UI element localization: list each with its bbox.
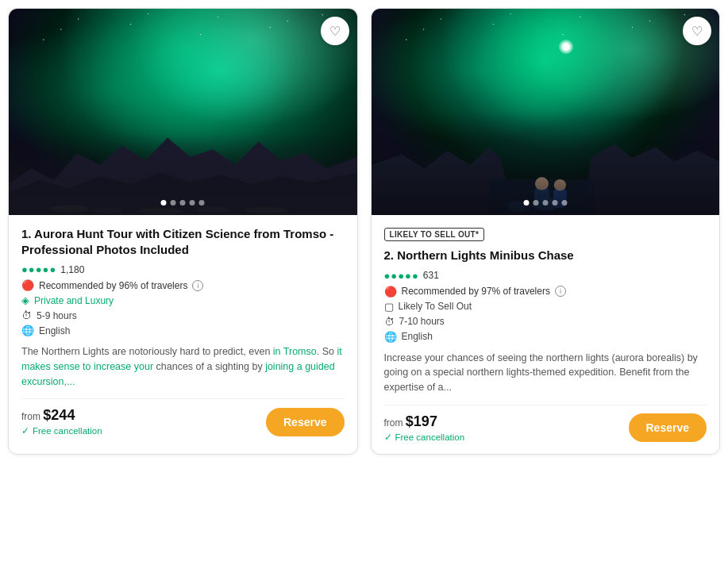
dot-2-5[interactable] xyxy=(561,200,567,206)
card-2-favorite-button[interactable]: ♡ xyxy=(683,17,711,45)
globe-icon-1: 🌐 xyxy=(21,325,34,336)
card-2-reserve-button[interactable]: Reserve xyxy=(629,413,707,442)
star-1: ● xyxy=(21,263,28,275)
card-1: ♡ 1. Aurora Hunt Tour with Citizen Scien… xyxy=(8,8,358,455)
svg-marker-8 xyxy=(583,144,719,215)
svg-marker-1 xyxy=(9,172,357,215)
heart-icon: ♡ xyxy=(329,24,341,39)
card-1-title: 1. Aurora Hunt Tour with Citizen Science… xyxy=(21,226,345,257)
dot-1[interactable] xyxy=(161,200,167,206)
dot-5[interactable] xyxy=(199,200,205,206)
card-2-recommended-text: Recommended by 97% of travelers xyxy=(402,286,550,297)
card-2-language-row: 🌐 English xyxy=(384,331,707,343)
star-2-2: ● xyxy=(391,270,397,282)
tromso-link[interactable]: in Tromso xyxy=(273,346,317,357)
free-cancel-icon-2: ✓ xyxy=(384,432,392,443)
clock-icon-1: ⏱ xyxy=(21,309,32,321)
card-2-price-info: from $197 ✓ Free cancellation xyxy=(384,413,465,443)
card-1-recommended-row: 🔴 Recommended by 96% of travelers i xyxy=(21,279,345,291)
card-1-description: The Northern Lights are notoriously hard… xyxy=(21,344,345,389)
card-2-description: Increase your chances of seeing the nort… xyxy=(384,351,707,395)
card-2-price-amount: $197 xyxy=(406,413,437,429)
star-2-1: ● xyxy=(384,270,391,282)
card-2-review-count: 631 xyxy=(423,270,439,281)
dot-2-3[interactable] xyxy=(542,200,548,206)
svg-point-6 xyxy=(245,207,287,213)
card-2-aurora-bg xyxy=(372,9,720,215)
stars-decoration xyxy=(9,9,357,112)
moon-decoration xyxy=(559,40,573,54)
free-cancel-icon-1: ✓ xyxy=(21,425,29,436)
card-1-body: 1. Aurora Hunt Tour with Citizen Science… xyxy=(9,215,357,448)
svg-point-4 xyxy=(137,208,183,214)
card-1-price-from: from $244 xyxy=(21,407,102,424)
star-2: ● xyxy=(29,263,35,275)
card-1-rating-row: ● ● ● ● ● 1,180 xyxy=(21,263,345,275)
card-2-title: 2. Northern Lights Minibus Chase xyxy=(384,248,707,263)
card-1-review-count: 1,180 xyxy=(60,264,84,275)
card-2-body: LIKELY TO SELL OUT* 2. Northern Lights M… xyxy=(372,215,720,454)
card-1-favorite-button[interactable]: ♡ xyxy=(321,17,349,45)
card-1-image: ♡ xyxy=(9,9,357,215)
globe-icon-2: 🌐 xyxy=(384,331,397,343)
card-2-stars: ● ● ● ● ● xyxy=(384,270,418,282)
star-3: ● xyxy=(36,263,42,275)
card-1-price-info: from $244 ✓ Free cancellation xyxy=(21,407,102,436)
card-1-language-row: 🌐 English xyxy=(21,325,345,336)
svg-point-15 xyxy=(553,179,565,190)
card-1-recommended-text: Recommended by 96% of travelers xyxy=(39,280,187,291)
dot-2-1[interactable] xyxy=(523,200,529,206)
card-1-divider xyxy=(21,398,345,399)
card-1-price-amount: $244 xyxy=(43,407,75,423)
clock-icon-2: ⏱ xyxy=(384,316,395,328)
dot-3[interactable] xyxy=(180,200,186,206)
heart-icon-2: ♡ xyxy=(691,24,703,39)
recommended-badge-icon-2: 🔴 xyxy=(384,286,397,298)
card-2-sell-out: Likely To Sell Out xyxy=(399,301,472,312)
card-1-reserve-button[interactable]: Reserve xyxy=(266,408,345,436)
card-1-language: English xyxy=(39,325,70,336)
card-1-duration: 5-9 hours xyxy=(37,310,77,321)
dot-4[interactable] xyxy=(190,200,195,206)
svg-point-3 xyxy=(92,207,122,213)
card-1-free-cancel: ✓ Free cancellation xyxy=(21,425,102,436)
card-2-duration: 7-10 hours xyxy=(399,316,445,327)
cards-container: ♡ 1. Aurora Hunt Tour with Citizen Scien… xyxy=(8,8,720,455)
card-1-category: Private and Luxury xyxy=(34,295,114,306)
diamond-icon: ◈ xyxy=(21,294,29,306)
dot-2[interactable] xyxy=(171,200,176,206)
svg-rect-9 xyxy=(488,179,594,215)
recommended-info-icon[interactable]: i xyxy=(192,280,203,291)
card-1-carousel-dots xyxy=(161,200,205,206)
card-2-price-from: from $197 xyxy=(384,413,465,430)
dot-2-2[interactable] xyxy=(533,200,538,206)
sellout-icon: ▢ xyxy=(384,301,394,313)
star-5: ● xyxy=(49,263,56,275)
card-1-duration-row: ⏱ 5-9 hours xyxy=(21,309,345,321)
stars-decoration-2 xyxy=(372,9,720,112)
card-2-sellout-row: ▢ Likely To Sell Out xyxy=(384,301,707,313)
card-2-rating-row: ● ● ● ● ● 631 xyxy=(384,270,707,282)
dot-2-4[interactable] xyxy=(552,200,557,206)
card-2-carousel-dots xyxy=(523,200,567,206)
svg-point-2 xyxy=(50,205,88,213)
card-1-aurora-bg xyxy=(9,9,357,215)
svg-point-13 xyxy=(534,177,548,190)
star-4: ● xyxy=(43,263,49,275)
card-2-free-cancel: ✓ Free cancellation xyxy=(384,432,465,443)
card-2-duration-row: ⏱ 7-10 hours xyxy=(384,316,707,328)
card-2-image: ♡ xyxy=(372,9,720,215)
sell-out-badge: LIKELY TO SELL OUT* xyxy=(384,228,485,241)
recommended-badge-icon: 🔴 xyxy=(21,279,34,291)
card-2: ♡ LIKELY TO SELL OUT* 2. Northern Lights… xyxy=(371,8,721,455)
recommended-info-icon-2[interactable]: i xyxy=(555,286,566,297)
card-2-price-row: from $197 ✓ Free cancellation Reserve xyxy=(384,413,707,443)
card-1-category-row: ◈ Private and Luxury xyxy=(21,294,345,306)
svg-marker-7 xyxy=(372,148,515,216)
card-2-recommended-row: 🔴 Recommended by 97% of travelers i xyxy=(384,286,707,298)
card-1-stars: ● ● ● ● ● xyxy=(21,263,56,275)
star-2-4: ● xyxy=(405,270,411,282)
card-2-language: English xyxy=(402,331,433,342)
star-2-5: ● xyxy=(412,270,418,282)
star-2-3: ● xyxy=(398,270,404,282)
